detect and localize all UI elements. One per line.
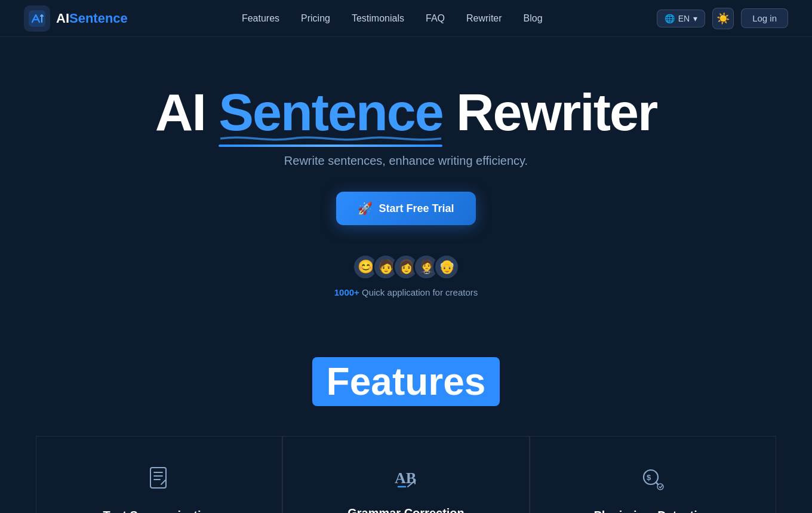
navbar: AISentence Features Pricing Testimonials… — [0, 0, 812, 37]
svg-point-5 — [657, 484, 663, 490]
avatar: 👴 — [433, 254, 460, 280]
hero-title-rewriter: Rewriter — [443, 82, 657, 142]
social-proof-text: 1000+ Quick application for creators — [334, 287, 478, 297]
social-proof: 😊 🧑 👩 🤵 👴 1000+ Quick application for cr… — [334, 254, 478, 297]
rocket-icon: 🚀 — [358, 201, 373, 216]
svg-text:$: $ — [647, 473, 651, 482]
theme-toggle-button[interactable]: ☀️ — [712, 8, 734, 29]
feature-title-plagiarism: Plagiarism Detection — [593, 509, 712, 513]
features-grid: Text Summarization Automatically condens… — [36, 436, 776, 513]
feature-card-grammar: AB Grammar Correction Identifies and cor… — [282, 436, 529, 513]
features-heading: Features — [312, 357, 500, 406]
nav-rewriter[interactable]: Rewriter — [466, 13, 502, 23]
grammar-icon: AB — [393, 466, 419, 494]
social-desc: Quick application for creators — [359, 287, 478, 297]
login-button[interactable]: Log in — [741, 8, 788, 28]
sun-icon: ☀️ — [716, 12, 730, 25]
logo-icon — [24, 5, 50, 32]
nav-right: 🌐 EN ▾ ☀️ Log in — [657, 8, 788, 29]
features-heading-wrap: Features — [36, 357, 776, 406]
user-count: 1000+ — [334, 287, 359, 297]
hero-title-sentence: Sentence — [219, 85, 442, 142]
svg-text:AB: AB — [395, 469, 416, 487]
lang-label: EN — [678, 14, 690, 23]
avatar-group: 😊 🧑 👩 🤵 👴 — [352, 254, 460, 280]
nav-pricing[interactable]: Pricing — [301, 13, 330, 23]
nav-features[interactable]: Features — [242, 13, 279, 23]
hero-section: AI Sentence Rewriter Rewrite sentences, … — [0, 37, 812, 333]
cta-label: Start Free Trial — [379, 202, 454, 215]
hero-subtitle: Rewrite sentences, enhance writing effic… — [284, 154, 528, 168]
globe-icon: 🌐 — [665, 14, 675, 23]
feature-title-summarization: Text Summarization — [103, 509, 216, 513]
feature-title-grammar: Grammar Correction — [347, 506, 465, 513]
language-selector[interactable]: 🌐 EN ▾ — [657, 10, 705, 27]
nav-testimonials[interactable]: Testimonials — [352, 13, 404, 23]
svg-rect-1 — [150, 468, 166, 488]
chevron-down-icon: ▾ — [693, 14, 697, 23]
start-free-trial-button[interactable]: 🚀 Start Free Trial — [336, 192, 475, 225]
feature-card-summarization: Text Summarization Automatically condens… — [36, 436, 282, 513]
plagiarism-icon: $ — [640, 466, 665, 497]
summarization-icon — [148, 466, 171, 497]
logo-link[interactable]: AISentence — [24, 5, 128, 32]
nav-faq[interactable]: FAQ — [426, 13, 445, 23]
hero-title: AI Sentence Rewriter — [155, 85, 657, 142]
feature-card-plagiarism: $ Plagiarism Detection Scans text agains… — [530, 436, 776, 513]
nav-links: Features Pricing Testimonials FAQ Rewrit… — [242, 13, 543, 24]
nav-blog[interactable]: Blog — [524, 13, 543, 23]
features-section: Features Text Summarization Automaticall… — [0, 333, 812, 513]
hero-title-ai: AI — [155, 82, 219, 142]
logo-text: AISentence — [56, 11, 128, 26]
